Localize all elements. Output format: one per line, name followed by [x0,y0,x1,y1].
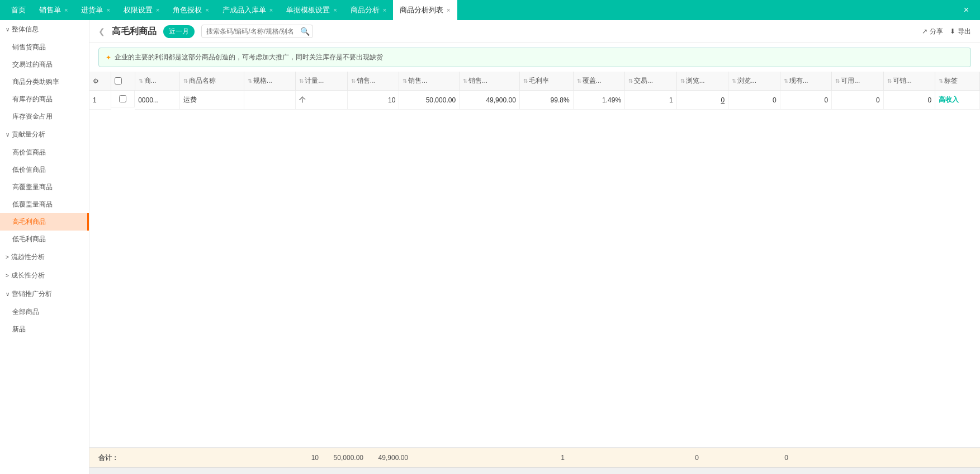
horizontal-scrollbar[interactable] [89,467,980,474]
col-header-browse2[interactable]: ⇅浏览... [728,72,780,91]
cell-browse1: 0 [676,91,728,110]
sort-icon-sellable: ⇅ [887,78,892,84]
sidebar-section-成长性分析[interactable]: >成长性分析 [0,266,89,285]
data-table-container: ⚙⇅商...⇅商品名称⇅规格...⇅计量...⇅销售...⇅销售...⇅销售..… [89,72,980,447]
col-header-coverage[interactable]: ⇅覆盖... [573,72,625,91]
cell-unit: 个 [296,91,348,110]
sidebar-arrow-icon: > [6,254,9,260]
cell-current_stock: 0 [780,91,832,110]
sort-icon-spec: ⇅ [248,78,252,84]
nav-close-商品分析列表[interactable]: × [447,7,450,13]
nav-item-单据模板设置[interactable]: 单据模板设置× [280,0,343,20]
nav-item-商品分析列表[interactable]: 商品分析列表× [393,0,457,20]
nav-close-角色授权[interactable]: × [205,7,209,13]
col-header-available[interactable]: ⇅可用... [832,72,884,91]
footer-total: 合计： 10 50,000.00 49,900.00 1 0 0 [89,447,980,467]
window-close-button[interactable]: × [957,5,976,15]
col-header-name[interactable]: ⇅商品名称 [179,72,244,91]
sidebar-item-低价值商品[interactable]: 低价值商品 [0,161,89,179]
cell-checkbox [111,91,135,107]
sort-icon-coverage: ⇅ [577,78,581,84]
cell-available: 0 [832,91,884,110]
sort-icon-unit: ⇅ [299,78,304,84]
col-header-sales_count[interactable]: ⇅销售... [347,72,399,91]
nav-item-进货单[interactable]: 进货单× [74,0,116,20]
sort-icon-browse1: ⇅ [680,78,685,84]
nav-close-产成品入库单[interactable]: × [269,7,273,13]
nav-close-单据模板设置[interactable]: × [333,7,337,13]
col-header-unit[interactable]: ⇅计量... [296,72,348,91]
info-banner: ✦ 企业的主要的利润都是这部分商品创造的，可考虑加大推广，同时关注库存是不要出现… [98,48,971,67]
sidebar-section-流趋性分析[interactable]: >流趋性分析 [0,248,89,266]
cell-code: 0000... [135,91,179,110]
cell-coverage: 1.49% [573,91,625,110]
col-header-gross_margin[interactable]: ⇅毛利率 [519,72,573,91]
nav-item-角色授权[interactable]: 角色授权× [166,0,215,20]
cell-transaction: 1 [625,91,677,110]
col-header-sellable[interactable]: ⇅可销... [883,72,935,91]
col-header-transaction[interactable]: ⇅交易... [625,72,677,91]
sidebar-item-高价值商品[interactable]: 高价值商品 [0,144,89,161]
sidebar: ∨整体信息销售货商品交易过的商品商品分类助购率有库存的商品库存资金占用∨贡献量分… [0,20,89,474]
nav-item-销售单[interactable]: 销售单× [32,0,74,20]
col-header-sales_amount[interactable]: ⇅销售... [399,72,460,91]
export-button[interactable]: ⬇ 导出 [950,27,971,36]
col-header-code[interactable]: ⇅商... [135,72,179,91]
row-checkbox[interactable] [119,95,126,102]
col-header-spec[interactable]: ⇅规格... [244,72,296,91]
settings-icon[interactable]: ⚙ [93,77,99,85]
sidebar-arrow-icon: ∨ [6,26,10,32]
sidebar-item-高毛利商品[interactable]: 高毛利商品 [0,213,89,231]
sidebar-item-低覆盖量商品[interactable]: 低覆盖量商品 [0,196,89,213]
sort-icon-tag: ⇅ [939,78,943,84]
col-header-checkbox[interactable] [111,72,135,91]
cell-tag: 高收入 [935,91,980,110]
sidebar-item-有库存的商品[interactable]: 有库存的商品 [0,91,89,108]
sidebar-item-商品分类助购率[interactable]: 商品分类助购率 [0,73,89,91]
col-header-settings[interactable]: ⚙ [89,72,111,91]
cell-sales_profit: 49,900.00 [460,91,520,110]
sidebar-item-低毛利商品[interactable]: 低毛利商品 [0,231,89,248]
search-icon[interactable]: 🔍 [300,27,310,36]
page-title: 高毛利商品 [112,26,157,37]
search-input[interactable] [201,25,313,38]
sidebar-item-全部商品[interactable]: 全部商品 [0,303,89,321]
sort-icon-available: ⇅ [835,78,840,84]
nav-item-产成品入库单[interactable]: 产成品入库单× [216,0,280,20]
sidebar-arrow-icon: ∨ [6,132,10,138]
sidebar-item-交易过的商品[interactable]: 交易过的商品 [0,56,89,73]
col-header-current_stock[interactable]: ⇅现有... [780,72,832,91]
time-filter-button[interactable]: 近一月 [163,25,195,38]
sort-icon-gross_margin: ⇅ [523,78,528,84]
nav-close-销售单[interactable]: × [64,7,68,13]
nav-close-商品分析[interactable]: × [383,7,386,13]
sort-icon-current_stock: ⇅ [784,78,788,84]
cell-gross_margin: 99.8% [519,91,573,110]
col-header-sales_profit[interactable]: ⇅销售... [460,72,520,91]
nav-item-权限设置[interactable]: 权限设置× [117,0,166,20]
sidebar-section-贡献量分析[interactable]: ∨贡献量分析 [0,125,89,144]
select-all-checkbox[interactable] [115,77,122,85]
col-header-browse1[interactable]: ⇅浏览... [676,72,728,91]
nav-item-商品分析[interactable]: 商品分析× [344,0,393,20]
footer-empty2 [411,454,523,462]
export-icon: ⬇ [950,27,955,35]
nav-close-权限设置[interactable]: × [156,7,159,13]
sidebar-section-营销推广分析[interactable]: ∨营销推广分析 [0,285,89,303]
sort-icon-sales_profit: ⇅ [463,78,467,84]
sidebar-item-新品[interactable]: 新品 [0,321,89,338]
share-icon: ↗ [922,27,927,35]
sidebar-item-高覆盖量商品[interactable]: 高覆盖量商品 [0,179,89,196]
footer-sales-amount: 50,000.00 [322,454,367,462]
sidebar-section-整体信息[interactable]: ∨整体信息 [0,20,89,39]
sidebar-item-销售货商品[interactable]: 销售货商品 [0,39,89,56]
sidebar-item-库存资金占用[interactable]: 库存资金占用 [0,108,89,125]
footer-transaction: 1 [523,454,568,462]
share-button[interactable]: ↗ 分享 [922,27,943,36]
nav-close-进货单[interactable]: × [106,7,110,13]
cell-index: 1 [89,91,111,110]
col-header-tag[interactable]: ⇅标签 [935,72,980,91]
sidebar-collapse-button[interactable]: ❮ [98,27,105,36]
nav-item-首页[interactable]: 首页 [4,0,32,20]
footer-sales-profit: 49,900.00 [367,454,411,462]
